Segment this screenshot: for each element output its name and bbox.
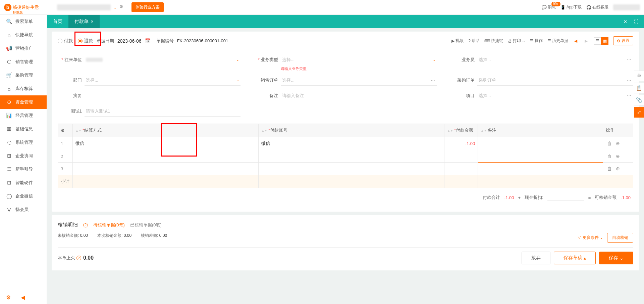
app-logo: b 畅捷通好生意 xyxy=(4,4,50,11)
logo-subtitle: 标准版 xyxy=(13,10,23,15)
logo-icon: b xyxy=(4,4,11,11)
user-area[interactable] xyxy=(613,4,640,10)
logo-text: 畅捷通好生意 xyxy=(13,4,39,10)
org-selector[interactable]: ⌄ ⚙ 体验行业方案 xyxy=(57,2,164,12)
experience-button[interactable]: 体验行业方案 xyxy=(131,2,164,12)
chat-icon: 💬 xyxy=(542,5,547,10)
headset-icon: 🎧 xyxy=(586,5,591,10)
app-download-link[interactable]: 📱 App下载 xyxy=(560,4,582,10)
gear-icon[interactable]: ⚙ xyxy=(119,4,126,11)
messages-link[interactable]: 💬 消息 99+ xyxy=(542,4,556,10)
message-badge: 99+ xyxy=(551,2,560,6)
header-actions: 💬 消息 99+ 📱 App下载 🎧 在线客服 xyxy=(542,4,640,10)
online-service-link[interactable]: 🎧 在线客服 xyxy=(586,4,608,10)
phone-icon: 📱 xyxy=(560,5,566,10)
top-header: b 畅捷通好生意 标准版 ⌄ ⚙ 体验行业方案 💬 消息 99+ 📱 App下载… xyxy=(0,0,644,15)
chevron-down-icon: ⌄ xyxy=(113,5,117,10)
